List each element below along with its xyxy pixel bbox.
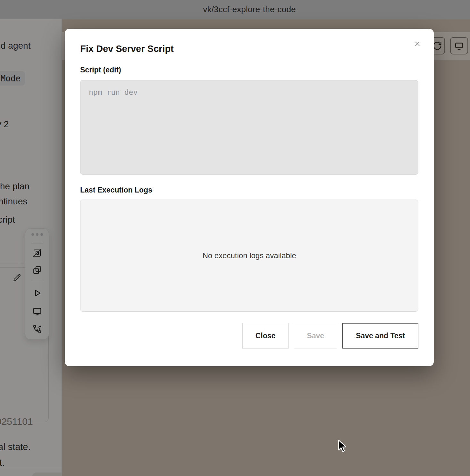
save-and-test-button[interactable]: Save and Test xyxy=(342,323,418,349)
screen: vk/3ccf-explore-the-code d agent nMode y… xyxy=(0,0,470,476)
dialog-title: Fix Dev Server Script xyxy=(80,43,418,54)
fix-dev-server-dialog: Fix Dev Server Script Script (edit) Last… xyxy=(65,29,434,366)
close-icon[interactable] xyxy=(412,38,423,49)
script-input[interactable] xyxy=(80,80,418,175)
logs-empty-message: No execution logs available xyxy=(202,251,296,260)
script-label: Script (edit) xyxy=(80,65,418,75)
dialog-footer: Close Save Save and Test xyxy=(80,323,418,349)
close-button[interactable]: Close xyxy=(242,323,289,349)
logs-label: Last Execution Logs xyxy=(80,185,418,195)
save-button[interactable]: Save xyxy=(294,323,337,349)
execution-logs-box: No execution logs available xyxy=(80,200,418,312)
